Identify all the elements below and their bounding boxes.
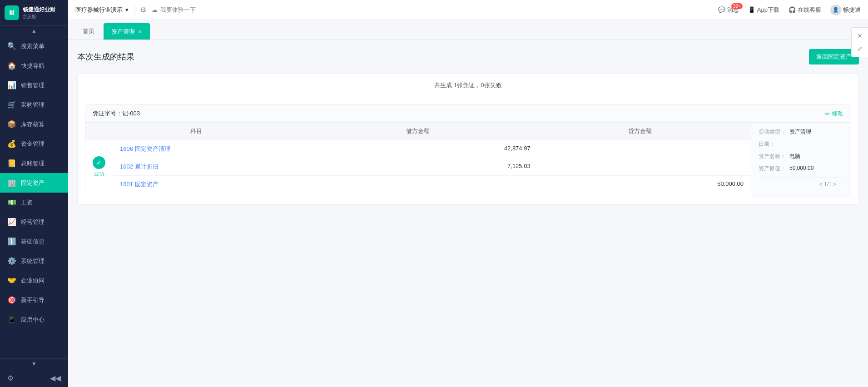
sidebar-item-quick-nav[interactable]: 🏠 快捷导航 [0,56,68,75]
voucher-body: 科目 借方金额 贷方金额 ✓ 成功 1606 固定资产清理 [85,123,851,197]
topbar-settings-icon[interactable]: ⚙ [140,5,146,14]
avatar: 👤 [830,5,841,15]
app-logo-icon: 财 [5,5,19,20]
sidebar-item-label: 固定资产 [21,179,45,187]
sidebar-item-label: 经营管理 [21,218,45,226]
sidebar-item-label: 资金管理 [21,140,45,148]
salary-icon: 💵 [7,198,16,207]
download-icon: 📱 [748,6,755,13]
credit-cell-3: 50,000.00 [538,176,751,193]
purchase-icon: 🛒 [7,100,16,109]
tab-asset-mgmt-label: 资产管理 [111,28,135,36]
sidebar-item-guide[interactable]: 🎯 新手引导 [0,290,68,310]
funds-icon: 💰 [7,139,16,148]
debit-cell-3 [325,176,538,193]
date-item: 日期： [759,140,843,148]
message-icon: 💬 [718,6,725,13]
sidebar: 财 畅捷通好业财 普及版 ▲ 🔍 搜索菜单🏠 快捷导航📊 销售管理🛒 采购管理📦… [0,0,68,387]
enterprise-icon: 🤝 [7,276,16,285]
table-row-wrapper: ✓ 成功 1606 固定资产清理 42,874.97 160 [85,140,751,193]
voucher-table: 科目 借方金额 贷方金额 ✓ 成功 1606 固定资产清理 [85,123,751,197]
success-indicator: ✓ 成功 [85,153,113,181]
online-service-btn[interactable]: 🎧 在线客服 [789,6,821,14]
tab-close-icon[interactable]: ✕ [138,29,142,35]
sidebar-item-ledger[interactable]: 📒 总账管理 [0,154,68,173]
voucher-number: 凭证字号：记-003 [93,109,140,118]
main-area: 医疗器械行业演示 ▾ ⚙ ☁ 我要体验一下 💬 消息 99+ 📱 App下载 🎧… [68,0,868,387]
username: 畅捷通 [843,6,861,14]
sidebar-item-app-center[interactable]: 📱 应用中心 [0,310,68,329]
cloud-icon: ☁ [152,6,158,13]
table-row: 1602 累计折旧 7,125.03 [113,158,751,176]
sidebar-item-salary[interactable]: 💵 工资 [0,193,68,212]
asset-name-label: 资产名称： [759,153,786,160]
table-rows: 1606 固定资产清理 42,874.97 1602 累计折旧 7,125.03 [113,140,751,193]
success-text: 成功 [94,171,104,178]
subject-cell-1[interactable]: 1606 固定资产清理 [113,140,325,158]
sidebar-item-funds[interactable]: 💰 资金管理 [0,134,68,154]
success-icon: ✓ [93,156,105,169]
online-service-label: 在线客服 [798,6,821,14]
message-btn[interactable]: 💬 消息 99+ [718,6,739,14]
collapse-icon[interactable]: ◀◀ [50,374,61,382]
sidebar-footer: ⚙ ◀◀ [0,369,68,387]
subject-cell-3[interactable]: 1601 固定资产 [113,176,325,193]
sales-icon: 📊 [7,81,16,89]
content-area: 本次生成的结果 返回固定资产 共生成 1张凭证，0张失败 凭证字号：记-003 … [68,40,868,387]
sidebar-item-basic-info[interactable]: ℹ️ 基础信息 [0,232,68,251]
debit-cell-2: 7,125.03 [325,158,538,175]
sidebar-item-purchase[interactable]: 🛒 采购管理 [0,95,68,114]
app-center-icon: 📱 [7,315,16,324]
quick-nav-icon: 🏠 [7,61,16,70]
tab-asset-mgmt[interactable]: 资产管理 ✕ [104,23,150,40]
sidebar-item-label: 系统管理 [21,257,45,265]
sidebar-nav: 🔍 搜索菜单🏠 快捷导航📊 销售管理🛒 采购管理📦 库存核算💰 资金管理📒 总账… [0,36,68,358]
sidebar-item-enterprise[interactable]: 🤝 企业协同 [0,271,68,290]
pagination[interactable]: < 1/1 > [759,177,843,191]
float-controls: ✕ ⤢ [851,27,868,57]
message-badge: 99+ [731,3,743,9]
credit-cell-1 [538,140,751,158]
edit-icon: ✏ [825,110,830,117]
try-label: 我要体验一下 [160,6,196,14]
expand-panel-btn[interactable]: ⤢ [854,43,865,54]
asset-name-value: 电脑 [789,153,800,160]
edit-voucher-button[interactable]: ✏ 修改 [825,109,843,118]
tab-home-label: 首页 [83,27,94,35]
sidebar-logo: 财 畅捷通好业财 普及版 [0,0,68,26]
scroll-up-btn[interactable]: ▲ [31,28,37,34]
user-profile[interactable]: 👤 畅捷通 [830,5,861,15]
sidebar-item-operations[interactable]: 📈 经营管理 [0,212,68,232]
operations-icon: 📈 [7,218,16,226]
table-header: 科目 借方金额 贷方金额 [85,123,751,140]
voucher-section: 凭证字号：记-003 ✏ 修改 科目 借方金额 贷方金额 [85,104,851,197]
close-panel-btn[interactable]: ✕ [854,30,865,41]
sidebar-item-search[interactable]: 🔍 搜索菜单 [0,36,68,56]
sidebar-item-inventory[interactable]: 📦 库存核算 [0,114,68,134]
guide-icon: 🎯 [7,296,16,304]
settings-icon[interactable]: ⚙ [7,374,14,382]
sidebar-item-label: 采购管理 [21,101,45,109]
sidebar-item-label: 销售管理 [21,81,45,89]
subject-cell-2[interactable]: 1602 累计折旧 [113,158,325,175]
sidebar-item-fixed-assets[interactable]: 🏢 固定资产 [0,173,68,193]
sidebar-item-label: 库存核算 [21,120,45,129]
app-download-btn[interactable]: 📱 App下载 [748,6,779,14]
result-summary: 共生成 1张凭证，0张失败 [78,74,858,97]
tabbar: 首页 资产管理 ✕ [68,20,868,40]
topbar-right: 💬 消息 99+ 📱 App下载 🎧 在线客服 👤 畅捷通 [718,5,861,15]
sidebar-item-system[interactable]: ⚙️ 系统管理 [0,251,68,271]
change-type-value: 资产清理 [789,128,811,136]
result-panel: 共生成 1张凭证，0张失败 凭证字号：记-003 ✏ 修改 科目 借方金额 贷方… [77,74,859,205]
scroll-down-btn[interactable]: ▼ [31,361,37,367]
sidebar-item-sales[interactable]: 📊 销售管理 [0,75,68,95]
date-label: 日期： [759,140,775,148]
try-feature-btn[interactable]: ☁ 我要体验一下 [152,6,196,14]
service-icon: 🎧 [789,6,796,13]
table-row: 1606 固定资产清理 42,874.97 [113,140,751,158]
company-selector[interactable]: 医疗器械行业演示 ▾ [75,6,129,14]
col-credit: 贷方金额 [529,123,751,140]
sidebar-item-label: 基础信息 [21,238,45,246]
tab-home[interactable]: 首页 [75,23,102,40]
voucher-side-info: 变动类型： 资产清理 日期： 资产名称： 电脑 资产原值： [751,123,851,197]
